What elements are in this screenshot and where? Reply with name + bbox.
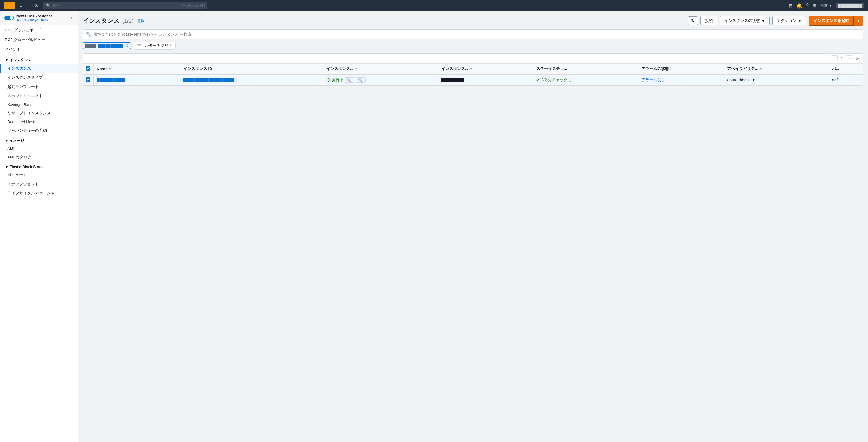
filter-tag: ████ ██████████ ✕: [83, 42, 131, 49]
cell-status-check: ✔ 2/2 のチェックに: [533, 74, 639, 86]
th-instance-id: インスタンス ID: [180, 64, 323, 74]
cell-instance-id: ██████████████████: [180, 74, 323, 86]
sidebar-item-ami[interactable]: AMI: [0, 145, 78, 153]
row-checkbox-cell[interactable]: [83, 74, 94, 86]
search-input[interactable]: [53, 3, 180, 8]
pagination-page: 1: [839, 56, 844, 61]
sort-icon-type: ▼: [470, 67, 473, 70]
filter-bar[interactable]: 🔍: [83, 29, 863, 39]
experience-link[interactable]: Tell us what you think: [17, 18, 53, 22]
sidebar-item-launch-templates[interactable]: 起動テンプレート: [0, 82, 78, 91]
sidebar: New EC2 Experience Tell us what you thin…: [0, 11, 78, 442]
page-title: インスタンス: [83, 17, 119, 25]
cell-name: ██████████: [94, 74, 180, 86]
sidebar-item-snapshots[interactable]: スナップショット: [0, 179, 78, 188]
sidebar-item-instances[interactable]: インスタンス: [0, 64, 78, 73]
global-search-bar[interactable]: 🔍 [オプション+S]: [43, 2, 208, 9]
top-navigation: ⠿ サービス 🔍 [オプション+S] ⊟ 🔔 ? ⚙ 東京 ▼ ████████…: [0, 0, 868, 11]
sidebar-item-lifecycle-manager[interactable]: ライフサイクルマネージャ: [0, 188, 78, 198]
launch-instances-button[interactable]: インスタンスを起動: [809, 16, 854, 26]
filter-tags-row: ████ ██████████ ✕ フィルターをクリア: [83, 42, 863, 50]
status-running-icon: ⊙: [326, 77, 330, 83]
aws-logo: [4, 2, 14, 9]
select-all-header[interactable]: [83, 64, 94, 74]
instance-state-button[interactable]: インスタンスの状態 ▼: [720, 16, 770, 25]
launch-instances-dropdown-button[interactable]: ▼: [854, 16, 863, 26]
th-instance-type[interactable]: インスタンス... ▼: [438, 64, 533, 74]
instance-state-dropdown-icon: ▼: [761, 19, 765, 23]
search-shortcut: [オプション+S]: [182, 3, 205, 8]
table-settings-icon[interactable]: ⚙: [855, 56, 859, 61]
instances-table: Name ▼ インスタンス ID インスタンス...: [83, 64, 863, 86]
page-header: インスタンス (1/1) 情報 ↻ 接続 インスタンスの状態 ▼ アクション ▼…: [83, 16, 863, 26]
row-checkbox[interactable]: [86, 77, 90, 82]
th-availability[interactable]: アベイラビリテ... ▼: [724, 64, 829, 74]
th-name[interactable]: Name ▼: [94, 64, 180, 74]
sidebar-item-ami-catalog[interactable]: AMI カタログ: [0, 153, 78, 162]
cell-other: ec2: [829, 74, 863, 86]
th-other: パ...: [829, 64, 863, 74]
help-icon[interactable]: ?: [806, 3, 809, 8]
instance-name-link[interactable]: ██████████: [97, 78, 125, 82]
sidebar-item-ec2-global[interactable]: EC2 グローバルビュー: [0, 35, 78, 45]
notifications-icon[interactable]: 🔔: [796, 3, 802, 8]
header-actions: ↻ 接続 インスタンスの状態 ▼ アクション ▼ インスタンスを起動 ▼: [688, 16, 863, 26]
instances-table-container: ‹ 1 › ⚙ Name ▼: [83, 53, 863, 86]
actions-dropdown-icon: ▼: [798, 19, 802, 23]
zoom-out-button[interactable]: 🔍-: [356, 77, 366, 83]
experience-toggle[interactable]: [4, 16, 14, 20]
settings-icon[interactable]: ⚙: [812, 3, 816, 8]
instance-count: (1/1): [122, 18, 133, 24]
actions-button[interactable]: アクション ▼: [772, 16, 806, 25]
section-header-instances[interactable]: ▼ インスタンス: [0, 55, 78, 64]
table-row[interactable]: ██████████ ██████████████████ ⊙ 実行中 🔍+: [83, 74, 863, 86]
cell-instance-type: ████████: [438, 74, 533, 86]
instance-id-link[interactable]: ██████████████████: [183, 78, 234, 82]
select-all-checkbox[interactable]: [86, 66, 90, 70]
filter-tag-value: ██████████: [98, 43, 123, 48]
info-link[interactable]: 情報: [136, 18, 145, 23]
account-menu[interactable]: ██████████: [836, 3, 864, 8]
sidebar-item-events[interactable]: イベント: [0, 45, 78, 55]
region-selector[interactable]: 東京 ▼: [820, 3, 832, 8]
sidebar-item-spot-requests[interactable]: スポットリクエスト: [0, 91, 78, 100]
th-alarm: アラームの状態: [639, 64, 724, 74]
console-home-icon[interactable]: ⊟: [788, 3, 793, 8]
close-experience-button[interactable]: ✕: [70, 16, 73, 20]
connect-button[interactable]: 接続: [701, 16, 717, 25]
pagination-next-button[interactable]: ›: [846, 55, 852, 61]
filter-tag-text: ████: [86, 43, 96, 48]
section-header-images[interactable]: ▼ イメージ: [0, 135, 78, 145]
cell-alarm: アラームなし＋: [639, 74, 724, 86]
main-content: インスタンス (1/1) 情報 ↻ 接続 インスタンスの状態 ▼ アクション ▼…: [78, 11, 868, 442]
th-status-check: ステータスチェ...: [533, 64, 639, 74]
sidebar-item-instance-types[interactable]: インスタンスタイプ: [0, 73, 78, 82]
sidebar-item-dedicated-hosts[interactable]: Dedicated Hosts: [0, 118, 78, 126]
refresh-button[interactable]: ↻: [688, 17, 698, 25]
sort-icon-az: ▼: [760, 67, 763, 70]
table-top-bar: ‹ 1 › ⚙: [83, 54, 863, 64]
launch-button-group: インスタンスを起動 ▼: [809, 16, 863, 26]
filter-tag-close-button[interactable]: ✕: [125, 43, 128, 48]
experience-banner: New EC2 Experience Tell us what you thin…: [0, 11, 78, 25]
th-instance-state[interactable]: インスタンス... ▼: [323, 64, 438, 74]
cell-instance-state: ⊙ 実行中 🔍+ 🔍-: [323, 74, 438, 86]
section-header-ebs[interactable]: ▼ Elastic Block Store: [0, 162, 78, 170]
sidebar-item-savings-plans[interactable]: Savings Plans: [0, 100, 78, 109]
filter-search-icon: 🔍: [86, 32, 91, 36]
sidebar-item-capacity-reservations[interactable]: キャパシティーの予約: [0, 126, 78, 135]
sidebar-item-volumes[interactable]: ボリューム: [0, 170, 78, 179]
zoom-icons: 🔍+ 🔍-: [345, 77, 366, 83]
pagination-prev-button[interactable]: ‹: [831, 55, 838, 61]
nav-icons: ⊟ 🔔 ? ⚙ 東京 ▼ ██████████: [788, 3, 864, 8]
clear-filters-button[interactable]: フィルターをクリア: [133, 42, 176, 50]
sidebar-item-reserved-instances[interactable]: リザーブドインスタンス: [0, 109, 78, 118]
filter-input[interactable]: [93, 32, 860, 36]
sidebar-item-ec2-dashboard[interactable]: EC2 ダッシュボード: [0, 25, 78, 35]
sort-icon-state: ▼: [354, 67, 358, 70]
services-button[interactable]: ⠿ サービス: [17, 2, 41, 9]
experience-title: New EC2 Experience: [17, 14, 53, 18]
alarm-add-link[interactable]: アラームなし＋: [642, 78, 669, 82]
zoom-in-button[interactable]: 🔍+: [345, 77, 355, 83]
pagination: ‹ 1 ›: [831, 55, 852, 61]
